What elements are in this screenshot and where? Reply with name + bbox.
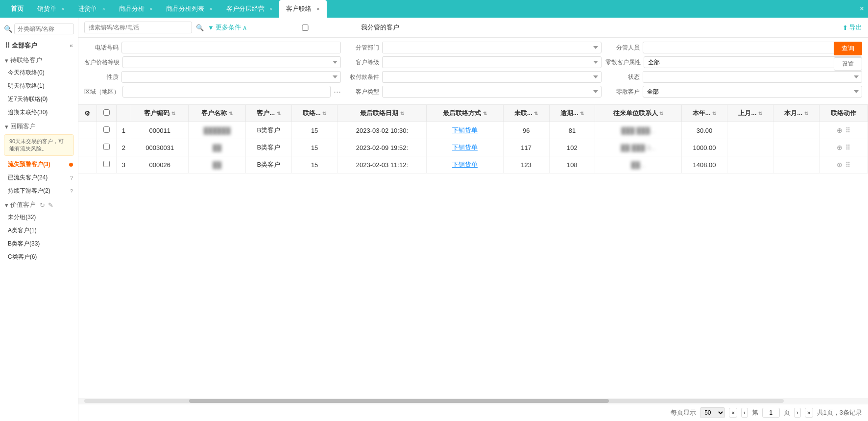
zero-attr-select[interactable]: 全部 [644,56,862,68]
col-type[interactable]: 客户... ⇅ [246,105,292,122]
phone-input[interactable] [121,42,341,53]
per-page-select[interactable]: 50 100 200 [700,407,725,418]
action-more-1[interactable]: ⠿ [845,144,850,151]
per-page-label: 每页显示 [671,408,696,417]
col-last-method[interactable]: 最后联络方式 ⇅ [427,105,504,122]
next-page-button[interactable]: › [794,408,801,418]
horizontal-scrollbar[interactable] [78,398,868,404]
edit-icon[interactable]: ✎ [48,201,53,209]
prev-page-button[interactable]: ‹ [741,408,748,418]
col-code[interactable]: 客户编码 ⇅ [131,105,189,122]
price-level-select[interactable] [122,56,341,68]
action-more-0[interactable]: ⠿ [845,126,850,134]
toolbar-search-icon[interactable]: 🔍 [196,24,204,31]
customer-level-select[interactable] [382,56,602,68]
page-input[interactable] [762,408,780,418]
col-last-month[interactable]: 上月... ⇅ [727,105,773,122]
last-page-button[interactable]: » [805,408,813,418]
col-year[interactable]: 本年... ⇅ [681,105,727,122]
action-link-0[interactable]: ⊕ [837,126,843,134]
refresh-icon[interactable]: ↻ [40,201,45,209]
tab-analysis[interactable]: 商品分析 × [112,0,159,18]
sidebar-item-today[interactable]: 今天待联络(0) [0,66,78,79]
sidebar-item-churn-down[interactable]: 持续下滑客户(2) ? [0,184,78,198]
sidebar-search-input[interactable] [14,24,74,34]
payment-select[interactable] [382,71,602,83]
col-settings[interactable]: ⚙ [78,105,96,122]
col-contacts[interactable]: 往来单位联系人 ⇅ [595,105,681,122]
sidebar-item-class-a[interactable]: A类客户(1) [0,224,78,237]
query-button[interactable]: 查询 [834,42,862,55]
filter-price-level: 客户价格等级 [84,56,341,68]
sidebar-item-already-churn[interactable]: 已流失客户(24) ? [0,171,78,184]
sidebar-item-overdue[interactable]: 逾期未联络(30) [0,106,78,119]
col-unlinked[interactable]: 未联... ⇅ [503,105,549,122]
sidebar-item-class-c[interactable]: C类客户(6) [0,250,78,264]
dept-select[interactable] [382,42,602,53]
content-area: 🔍 ▼ 更多条件 ∧ 我分管的客户 ⬆ 导出 查询 设置 [78,18,868,421]
filter-btn[interactable]: ▼ 更多条件 ∧ [208,23,247,32]
row-checkbox-1[interactable] [96,139,116,156]
close-tab-analysis[interactable]: × [149,0,152,18]
col-name[interactable]: 客户名称 ⇅ [189,105,246,122]
action-link-1[interactable]: ⊕ [837,144,843,151]
tab-home[interactable]: 首页 [4,0,30,18]
col-checkbox [96,105,116,122]
sidebar-item-class-b[interactable]: B类客户(33) [0,237,78,250]
close-tab-analysis-list[interactable]: × [209,0,212,18]
window-close-button[interactable]: × [860,4,864,13]
close-tab-purchase[interactable]: × [102,0,105,18]
row-type-0: B类客户 [246,122,292,139]
row-this-month-1 [773,139,820,156]
filter-dept: 分管部门 [345,42,602,53]
col-contact[interactable]: 联络... ⇅ [291,105,338,122]
row-last-date-0: 2023-03-02 10:30: [338,122,427,139]
collapse-icon[interactable]: « [70,42,73,49]
person-input[interactable] [643,42,852,53]
sort-unlinked: ⇅ [534,111,538,116]
export-button[interactable]: ⬆ 导出 [843,23,862,32]
action-link-2[interactable]: ⊕ [837,161,843,169]
table-row: 1 000011 ██████ B类客户 15 2023-03-02 10:30… [78,122,868,139]
sidebar-section-pending: ▾ 待联络客户 [0,53,78,66]
setting-button[interactable]: 设置 [834,57,862,71]
row-checkbox-0[interactable] [96,122,116,139]
filter-payment: 收付款条件 [345,71,602,83]
customer-type-select[interactable] [382,86,602,98]
filter-row-2: 客户价格等级 客户等级 零散客户属性 全部 [84,56,862,68]
my-customers-checkbox[interactable] [251,25,359,31]
row-last-method-2[interactable]: 下销货单 [427,156,504,173]
row-last-method-0[interactable]: 下销货单 [427,122,504,139]
gender-select[interactable] [121,71,341,83]
row-last-method-1[interactable]: 下销货单 [427,139,504,156]
row-check-0[interactable] [103,126,110,133]
tab-customer-segment[interactable]: 客户分层经营 × [219,0,279,18]
status-select[interactable] [643,71,862,83]
col-this-month[interactable]: 本月... ⇅ [773,105,820,122]
close-tab-sales[interactable]: × [61,0,64,18]
col-overdue[interactable]: 逾期... ⇅ [549,105,595,122]
my-customers-checkbox-label[interactable]: 我分管的客户 [251,23,399,32]
search-input[interactable] [84,22,192,33]
sidebar-item-ungroup[interactable]: 未分组(32) [0,211,78,224]
region-input[interactable] [122,86,331,98]
all-customers-header[interactable]: ⠿ 全部客户 « [0,38,78,53]
region-more-icon[interactable]: ··· [334,87,341,96]
zero-customer-select[interactable]: 全部 [643,86,862,98]
row-checkbox-2[interactable] [96,156,116,173]
sidebar-item-churn-warning[interactable]: 流失预警客户(3) [0,158,78,171]
close-tab-customer-link[interactable]: × [316,0,319,18]
row-check-1[interactable] [103,144,110,150]
sidebar-item-tomorrow[interactable]: 明天待联络(1) [0,79,78,93]
select-all-checkbox[interactable] [103,109,110,116]
close-tab-customer-segment[interactable]: × [269,0,272,18]
col-last-date[interactable]: 最后联络日期 ⇅ [338,105,427,122]
tab-analysis-list[interactable]: 商品分析列表 × [159,0,219,18]
tab-sales[interactable]: 销货单 × [30,0,71,18]
tab-customer-link[interactable]: 客户联络 × [279,0,326,18]
row-check-2[interactable] [103,161,110,167]
sidebar-item-week[interactable]: 近7天待联络(0) [0,93,78,106]
action-more-2[interactable]: ⠿ [845,161,850,169]
tab-purchase[interactable]: 进货单 × [71,0,112,18]
first-page-button[interactable]: « [729,408,737,418]
